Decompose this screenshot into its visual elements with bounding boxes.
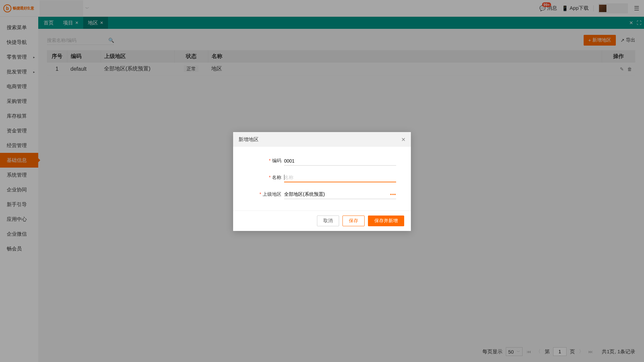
save-button[interactable]: 保存	[342, 216, 365, 226]
field-label-name: *名称	[248, 175, 284, 181]
code-input[interactable]	[284, 158, 396, 164]
modal-title: 新增地区	[238, 136, 259, 143]
parent-input[interactable]	[284, 192, 396, 197]
field-input-wrap-parent: •••	[284, 190, 396, 199]
form-row-name: *名称	[248, 173, 396, 182]
modal-header: 新增地区 ✕	[233, 132, 411, 147]
more-icon[interactable]: •••	[390, 192, 396, 197]
cancel-button[interactable]: 取消	[317, 216, 339, 226]
close-icon[interactable]: ✕	[401, 136, 406, 143]
required-star-icon: *	[269, 158, 271, 163]
form-row-parent: *上级地区 •••	[248, 190, 396, 199]
field-label-code: *编码	[248, 158, 284, 164]
modal-body: *编码 *名称 *上级地区 •••	[233, 147, 411, 210]
save-and-new-button[interactable]: 保存并新增	[368, 216, 404, 226]
add-region-modal: 新增地区 ✕ *编码 *名称 *上级地区 ••• 取消 保存 保存并新增	[233, 132, 411, 231]
required-star-icon: *	[269, 175, 271, 180]
name-input[interactable]	[284, 175, 396, 180]
field-input-wrap-code	[284, 156, 396, 166]
required-star-icon: *	[260, 191, 261, 197]
form-row-code: *编码	[248, 156, 396, 166]
field-label-parent: *上级地区	[248, 191, 284, 197]
field-input-wrap-name	[284, 173, 396, 182]
modal-footer: 取消 保存 保存并新增	[233, 210, 411, 231]
